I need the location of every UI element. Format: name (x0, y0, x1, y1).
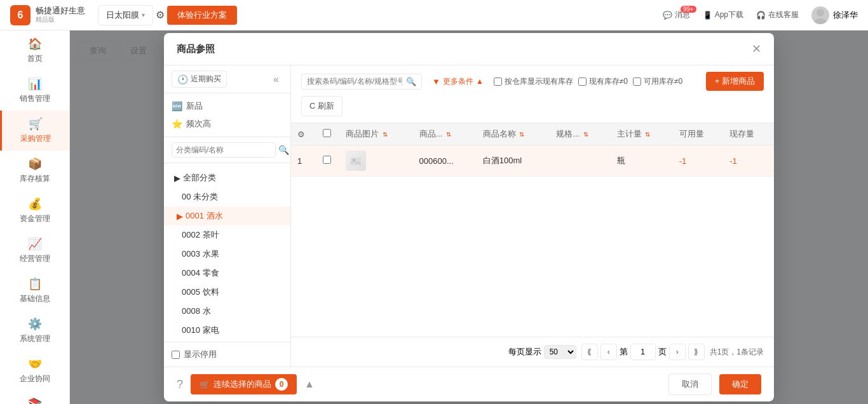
cart-collapse-icon[interactable]: ▲ (304, 379, 315, 390)
available-stock-checkbox[interactable] (633, 77, 641, 86)
avatar (811, 6, 829, 24)
category-0001[interactable]: ▶ 0001 酒水 (164, 206, 290, 226)
sort-name-icon[interactable]: ⇅ (519, 131, 524, 138)
cell-image (339, 145, 413, 177)
new-icon: 🆕 (172, 101, 182, 111)
first-page-btn[interactable]: ⟪ (581, 344, 598, 360)
sidebar-item-system[interactable]: ⚙️ 系统管理 (0, 311, 69, 351)
search-icon[interactable]: 🔍 (406, 77, 416, 86)
headset-icon: 🎧 (756, 11, 766, 20)
th-stock-label: 现存量 (729, 129, 754, 138)
product-reference-modal: 商品参照 ✕ 🕐 近期购买 « (164, 33, 774, 401)
table-row[interactable]: 1 (291, 145, 774, 177)
category-0003[interactable]: 0003 水果 (164, 245, 290, 264)
user-info[interactable]: 徐泽华 (811, 6, 858, 24)
th-image-label: 商品图片 (346, 129, 379, 138)
per-page-select[interactable]: 10 20 50 100 (544, 345, 576, 359)
svg-point-1 (814, 18, 827, 24)
star-icon: ⭐ (172, 119, 182, 129)
quick-link-frequent[interactable]: ⭐ 频次高 (172, 115, 283, 133)
last-page-btn[interactable]: ⟫ (688, 344, 705, 360)
category-0010-label: 0010 家电 (182, 325, 219, 336)
sidebar-item-inventory[interactable]: 📦 库存核算 (0, 151, 69, 191)
prev-page-btn[interactable]: ‹ (600, 344, 617, 360)
cart-button[interactable]: 🛒 连续选择的商品 0 (191, 374, 297, 394)
sidebar-item-operations[interactable]: 📈 经营管理 (0, 231, 69, 271)
show-disabled-checkbox[interactable] (172, 351, 180, 359)
sidebar-item-basic-info[interactable]: 📋 基础信息 (0, 271, 69, 311)
sort-unit-icon[interactable]: ⇅ (645, 131, 650, 138)
category-0004[interactable]: 0004 零食 (164, 264, 290, 283)
show-disabled-label[interactable]: 显示停用 (184, 349, 217, 360)
nav-dropdown[interactable]: 日太阳膜 ▾ (98, 5, 153, 25)
footer-left: ? 🛒 连续选择的商品 0 ▲ (177, 374, 661, 394)
th-select (316, 123, 339, 145)
modal-close-button[interactable]: ✕ (752, 42, 761, 56)
table-config-icon[interactable]: ⚙ (297, 130, 305, 139)
category-00[interactable]: 00 未分类 (164, 187, 290, 206)
category-0005[interactable]: 0005 饮料 (164, 283, 290, 302)
category-tree: ▶ 全部分类 00 未分类 ▶ 0001 酒水 0002 茶 (164, 163, 290, 342)
sidebar-item-purchase[interactable]: 🛒 采购管理 (0, 111, 69, 151)
messages-button[interactable]: 💬 消息 99+ (663, 10, 690, 20)
product-search-bar[interactable]: 🔍 (301, 74, 422, 90)
page-number-input[interactable] (630, 344, 656, 360)
category-search-input[interactable] (172, 142, 276, 158)
gear-button[interactable]: ⚙ (153, 6, 167, 24)
category-0010[interactable]: 0010 家电 (164, 321, 290, 340)
product-search-input[interactable] (307, 77, 402, 86)
more-filter-btn[interactable]: ▼ 更多条件 ▲ (427, 74, 489, 90)
toolbar: 🔍 ▼ 更多条件 ▲ 按仓库显示现有库存 (291, 65, 774, 123)
available-stock-label: 可用库存≠0 (644, 76, 682, 87)
logo-icon: 6 (10, 5, 31, 25)
sidebar-item-sales[interactable]: 📊 销售管理 (0, 71, 69, 111)
app-download-button[interactable]: 📱 App下载 (703, 10, 743, 20)
quick-link-new[interactable]: 🆕 新品 (172, 97, 283, 115)
sidebar-item-guide[interactable]: 📚 新手引导 (0, 391, 69, 404)
select-all-checkbox[interactable] (323, 129, 331, 137)
sort-spec-icon[interactable]: ⇅ (583, 131, 588, 138)
category-0002[interactable]: 0002 茶叶 (164, 226, 290, 245)
product-table: ⚙ 商品图片 ⇅ (291, 123, 774, 177)
category-0008[interactable]: 0008 水 (164, 302, 290, 321)
category-search-btn[interactable]: 🔍 (278, 145, 289, 155)
warehouse-label: 按仓库显示现有库存 (505, 76, 573, 87)
trial-button[interactable]: 体验行业方案 (167, 6, 237, 25)
existing-stock-checkbox[interactable] (578, 77, 587, 86)
collapse-left-btn[interactable]: « (269, 72, 283, 86)
th-unit-label: 主计量 (617, 129, 642, 138)
existing-stock-filter[interactable]: 现有库存≠0 (578, 76, 628, 87)
refresh-btn[interactable]: C 刷新 (301, 96, 342, 116)
next-page-btn[interactable]: › (669, 344, 686, 360)
sort-code-icon[interactable]: ⇅ (446, 131, 451, 138)
cancel-button[interactable]: 取消 (668, 374, 712, 395)
category-all[interactable]: ▶ 全部分类 (164, 168, 290, 187)
quick-link-new-label: 新品 (186, 100, 203, 112)
warehouse-checkbox[interactable] (494, 77, 502, 86)
recent-purchase-btn[interactable]: 🕐 近期购买 (172, 71, 227, 88)
modal-footer: ? 🛒 连续选择的商品 0 ▲ 取消 确定 (164, 367, 774, 401)
cell-stock: -1 (723, 145, 774, 177)
confirm-button[interactable]: 确定 (719, 374, 761, 394)
th-name-label: 商品名称 (483, 129, 516, 138)
filter-btn-label: 更多条件 (443, 76, 473, 87)
svg-point-0 (817, 9, 824, 17)
help-icon[interactable]: ? (177, 378, 183, 391)
sidebar-item-enterprise[interactable]: 🤝 企业协同 (0, 351, 69, 391)
customer-service-button[interactable]: 🎧 在线客服 (756, 10, 799, 20)
cell-code: 000600... (413, 145, 477, 177)
chevron-down-icon: ▾ (142, 11, 145, 18)
th-spec-label: 规格... (556, 129, 580, 138)
edition-label: 精品版 (36, 15, 85, 24)
table-header: ⚙ 商品图片 ⇅ (291, 123, 774, 145)
sidebar-item-finance[interactable]: 💰 资金管理 (0, 191, 69, 231)
available-stock-filter[interactable]: 可用库存≠0 (633, 76, 682, 87)
sort-image-icon[interactable]: ⇅ (383, 131, 388, 138)
row-checkbox[interactable] (323, 156, 331, 164)
add-product-btn[interactable]: + 新增商品 (706, 72, 764, 91)
table-body: 1 (291, 145, 774, 177)
basic-info-icon: 📋 (28, 277, 42, 291)
th-unit: 主计量 ⇅ (611, 123, 673, 145)
warehouse-filter[interactable]: 按仓库显示现有库存 (494, 76, 573, 87)
sidebar-item-home[interactable]: 🏠 首页 (0, 30, 69, 71)
